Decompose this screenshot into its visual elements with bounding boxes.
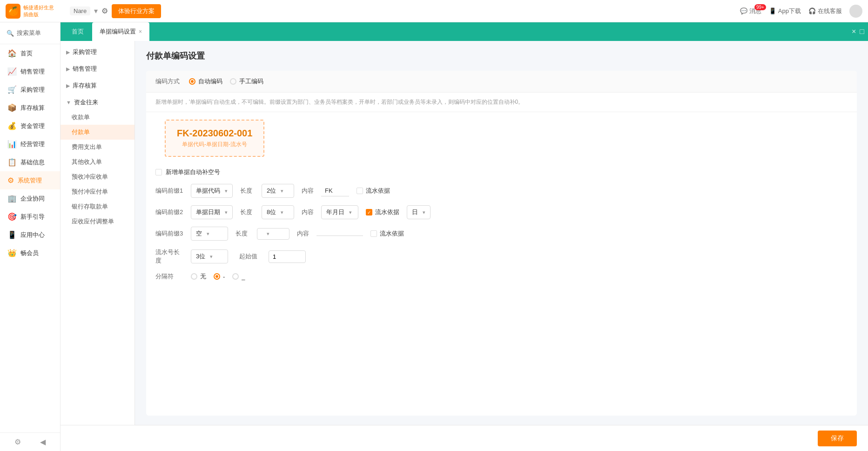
prefix1-content-value: FK (321, 185, 349, 196)
chevron-right-icon: ▶ (66, 49, 70, 55)
prefix2-content-select[interactable]: 年月日 ▾ (321, 205, 358, 219)
prefix2-label: 编码前缀2 (155, 208, 183, 216)
message-badge[interactable]: 💬 消息 99+ (740, 7, 761, 15)
separator-none-option[interactable]: 无 (191, 272, 206, 281)
serial-length-select[interactable]: 3位 ▾ (191, 249, 228, 263)
second-sidebar-item-other-income[interactable]: 其他收入单 (61, 155, 135, 169)
prefix2-select[interactable]: 单据日期 ▾ (191, 205, 233, 219)
second-sidebar-item-expense[interactable]: 费用支出单 (61, 140, 135, 155)
user-avatar[interactable] (849, 5, 862, 18)
prefix2-length-arrow-icon: ▾ (281, 209, 283, 215)
tab-bar-actions: × □ (852, 22, 864, 41)
sidebar-item-guide[interactable]: 🎯 新手引导 (0, 208, 60, 226)
sidebar-item-basic[interactable]: 📋 基础信息 (0, 153, 60, 171)
sidebar-item-operations[interactable]: 📊 经营管理 (0, 135, 60, 153)
auto-encode-option[interactable]: 自动编码 (189, 77, 222, 86)
tab-minimize-icon[interactable]: × (852, 27, 856, 36)
tab-current[interactable]: 单据编码设置 × (92, 22, 149, 41)
prefix3-arrow-icon: ▾ (207, 231, 209, 237)
second-sidebar-item-bank[interactable]: 银行存取款单 (61, 199, 135, 214)
online-service[interactable]: 🎧 在线客服 (808, 7, 842, 15)
prefix2-serial-checkbox[interactable]: ✓ (366, 209, 372, 215)
second-sidebar-item-payment[interactable]: 付款单 (61, 125, 135, 140)
second-sidebar-item-pre-payment[interactable]: 预付冲应付单 (61, 184, 135, 199)
tab-close-icon[interactable]: × (139, 28, 142, 35)
prefix2-length-value: 8位 (267, 208, 276, 216)
separator-dot2-label: _ (242, 273, 245, 280)
prefix1-select[interactable]: 单据代码 ▾ (191, 184, 233, 198)
sidebar-nav: 🏠 首页 📈 销售管理 🛒 采购管理 📦 库存核算 💰 资金管理 📊 经 (0, 44, 60, 432)
prefix2-serial-period-select[interactable]: 日 ▾ (407, 205, 431, 219)
settings-card: 编码方式 自动编码 手工编码 (146, 71, 857, 416)
prefix1-serial-checkbox[interactable] (357, 188, 363, 194)
purchase-icon: 🛒 (7, 85, 17, 94)
separator-none-radio[interactable] (191, 273, 197, 280)
company-dropdown-icon[interactable]: ▾ (94, 7, 98, 15)
second-sidebar-sales-header[interactable]: ▶ 销售管理 (61, 61, 135, 76)
encoding-method-row: 编码方式 自动编码 手工编码 (146, 71, 857, 93)
message-count: 99+ (754, 4, 766, 10)
second-sidebar-inventory-header[interactable]: ▶ 库存核算 (61, 78, 135, 93)
separator-dot1-radio[interactable] (214, 273, 220, 280)
prefix3-label: 编码前缀3 (155, 229, 183, 238)
tab-maximize-icon[interactable]: □ (860, 27, 864, 36)
settings-icon[interactable]: ⚙ (101, 7, 108, 15)
trial-button[interactable]: 体验行业方案 (112, 4, 161, 18)
prefix3-value: 空 (196, 229, 202, 238)
operations-icon: 📊 (7, 140, 17, 148)
manual-encode-option[interactable]: 手工编码 (230, 77, 263, 86)
prefix3-serial-label: 流水依据 (380, 229, 404, 238)
app-download[interactable]: 📱 App下载 (769, 7, 801, 15)
online-service-label: 在线客服 (818, 7, 842, 15)
separator-label: 分隔符 (155, 272, 183, 281)
search-menu-button[interactable]: 🔍 搜索菜单 (4, 27, 56, 39)
sidebar-collapse-icon[interactable]: ◀ (40, 438, 46, 446)
auto-fill-label: 新增单据自动补空号 (166, 168, 220, 176)
separator-dot2-option[interactable]: _ (232, 273, 245, 280)
prefix2-serial-period-value: 日 (412, 208, 418, 216)
sidebar-operations-label: 经营管理 (20, 140, 45, 148)
sales-icon: 📈 (7, 67, 17, 76)
separator-none-label: 无 (200, 272, 206, 281)
sidebar-item-finance[interactable]: 💰 资金管理 (0, 117, 60, 135)
auto-encode-radio[interactable] (189, 78, 195, 85)
prefix3-serial-checkbox[interactable] (370, 230, 377, 237)
prefix2-length-select[interactable]: 8位 ▾ (262, 205, 294, 219)
manual-encode-radio[interactable] (230, 78, 236, 85)
sidebar-home-label: 首页 (20, 49, 33, 58)
left-sidebar: 🔍 搜索菜单 🏠 首页 📈 销售管理 🛒 采购管理 📦 库存核算 💰 (0, 22, 61, 451)
auto-encode-label: 自动编码 (198, 77, 222, 86)
second-sidebar-capital-header[interactable]: ▼ 资金往来 (61, 95, 135, 110)
sidebar-item-home[interactable]: 🏠 首页 (0, 44, 60, 62)
sidebar-item-membership[interactable]: 👑 畅会员 (0, 244, 60, 262)
second-sidebar-item-adjustment[interactable]: 应收应付调整单 (61, 214, 135, 229)
sidebar-item-apps[interactable]: 📱 应用中心 (0, 226, 60, 244)
separator-dot2-radio[interactable] (232, 273, 239, 280)
sidebar-item-purchase[interactable]: 🛒 采购管理 (0, 81, 60, 99)
serial-start-input[interactable] (269, 250, 306, 263)
tab-home[interactable]: 首页 (64, 22, 91, 41)
save-button[interactable]: 保存 (818, 431, 857, 446)
sidebar-item-enterprise[interactable]: 🏢 企业协同 (0, 189, 60, 208)
second-sidebar: ▶ 采购管理 ▶ 销售管理 ▶ 库存核算 (61, 41, 135, 425)
main-content: 付款单编码设置 编码方式 自动编码 手工编码 (135, 41, 868, 425)
prefix3-length-select[interactable]: ▾ (257, 228, 289, 240)
second-sidebar-item-receipt[interactable]: 收款单 (61, 110, 135, 125)
sidebar-settings-icon[interactable]: ⚙ (14, 438, 21, 446)
apps-icon: 📱 (7, 230, 17, 239)
prefix1-length-select[interactable]: 2位 ▾ (262, 184, 294, 198)
auto-fill-checkbox[interactable] (155, 169, 162, 175)
prefix3-select[interactable]: 空 ▾ (191, 227, 228, 241)
sidebar-item-inventory[interactable]: 📦 库存核算 (0, 99, 60, 117)
auto-fill-row: 新增单据自动补空号 (146, 164, 857, 184)
sidebar-item-sales[interactable]: 📈 销售管理 (0, 62, 60, 81)
inventory-icon: 📦 (7, 103, 17, 112)
tab-home-label: 首页 (72, 27, 84, 36)
company-selector[interactable]: Nare (70, 7, 90, 15)
sidebar-item-system[interactable]: ⚙ 系统管理 (0, 171, 60, 189)
separator-dot1-option[interactable]: - (214, 273, 225, 280)
prefix2-content-label: 内容 (302, 208, 314, 216)
sales-group-label: 销售管理 (73, 65, 97, 73)
second-sidebar-item-pre-receipt[interactable]: 预收冲应收单 (61, 169, 135, 184)
second-sidebar-purchase-header[interactable]: ▶ 采购管理 (61, 45, 135, 60)
